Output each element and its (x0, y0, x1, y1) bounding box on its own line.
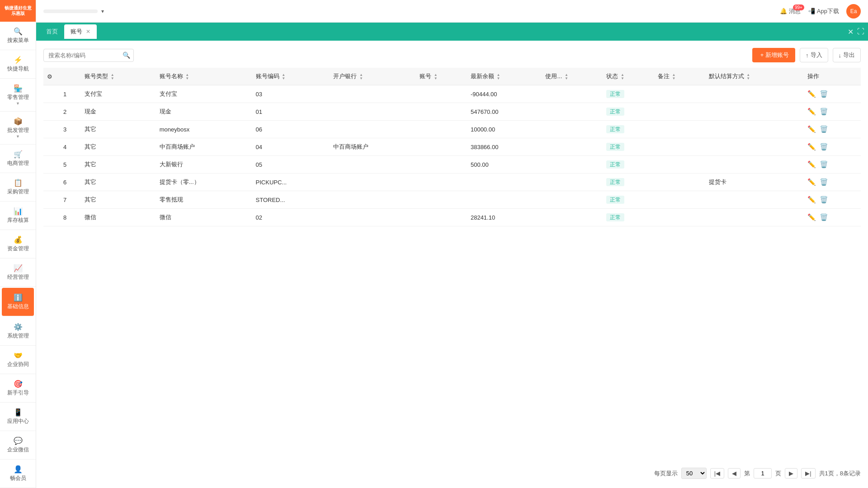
th-remark[interactable]: 备注 ▲▼ (654, 68, 705, 85)
sidebar-item-app-center[interactable]: 📱 应用中心 (0, 403, 36, 431)
sidebar-item-system[interactable]: ⚙️ 系统管理 (0, 317, 36, 346)
tab-account[interactable]: 账号 ✕ (64, 24, 97, 39)
table-row: 3 其它 moneybosx 06 10000.00 正常 ✏️ 🗑️ (43, 121, 861, 138)
th-status[interactable]: 状态 ▲▼ (603, 68, 654, 85)
delete-icon[interactable]: 🗑️ (820, 213, 828, 221)
page-first-button[interactable]: |◀ (710, 468, 724, 479)
cell-index: 7 (60, 191, 81, 209)
edit-icon[interactable]: ✏️ (807, 213, 816, 221)
delete-icon[interactable]: 🗑️ (820, 178, 828, 186)
purchase-icon: 📋 (2, 178, 33, 187)
sidebar-item-label: 畅会员 (10, 475, 26, 481)
delete-icon[interactable]: 🗑️ (820, 125, 828, 133)
cell-gear (43, 174, 60, 191)
th-code[interactable]: 账号编码 ▲▼ (252, 68, 330, 85)
sidebar-item-retail[interactable]: 🏪 零售管理 ▼ (0, 79, 36, 112)
sidebar-item-label: 企业协同 (7, 361, 29, 367)
cell-bank (330, 103, 416, 121)
add-account-button[interactable]: + 新增账号 (752, 48, 795, 62)
th-bank[interactable]: 开户银行 ▲▼ (330, 68, 416, 85)
sidebar-item-wechat[interactable]: 💬 企业微信 (0, 431, 36, 460)
cell-status: 正常 (603, 174, 654, 191)
tab-home[interactable]: 首页 (40, 24, 64, 39)
delete-icon[interactable]: 🗑️ (820, 160, 828, 169)
search-wrap: 🔍 (43, 49, 134, 62)
sidebar-item-wholesale[interactable]: 📦 批发管理 ▼ (0, 112, 36, 145)
th-name[interactable]: 账号名称 ▲▼ (156, 68, 252, 85)
sidebar-item-member[interactable]: 👤 畅会员 (0, 460, 36, 488)
edit-icon[interactable]: ✏️ (807, 196, 816, 204)
cell-status: 正常 (603, 103, 654, 121)
mobile-icon: 📲 (808, 8, 815, 14)
cell-balance: 28241.10 (467, 209, 542, 226)
page-size-select[interactable]: 50 100 200 (681, 468, 707, 479)
cell-type: 其它 (81, 156, 156, 174)
sidebar-item-operations[interactable]: 📈 经营管理 (0, 258, 36, 287)
top-header: ▾ 🔔 消息 99+ 📲 App下载 Ea (36, 0, 868, 23)
tab-home-label: 首页 (46, 28, 58, 36)
delete-icon[interactable]: 🗑️ (820, 108, 828, 116)
top-search-box[interactable] (43, 9, 98, 13)
th-balance[interactable]: 最新余额 ▲▼ (467, 68, 542, 85)
notification-button[interactable]: 🔔 消息 99+ (780, 7, 801, 15)
edit-icon[interactable]: ✏️ (807, 178, 816, 186)
cell-index: 4 (60, 138, 81, 156)
sidebar-item-basic-info[interactable]: ℹ️ 基础信息 (2, 288, 34, 316)
th-actions: 操作 (804, 68, 861, 85)
quick-nav-icon: ⚡ (2, 56, 33, 64)
cell-balance (467, 174, 542, 191)
export-button[interactable]: ↓ 导出 (833, 48, 861, 62)
import-button[interactable]: ↑ 导入 (800, 48, 828, 62)
wholesale-icon: 📦 (14, 117, 23, 126)
accounts-table: ⚙ 账号类型 ▲▼ 账号名称 ▲▼ 账号编码 ▲▼ (43, 68, 861, 226)
sidebar-item-inventory[interactable]: 📊 库存核算 (0, 202, 36, 230)
tab-close-button[interactable]: ✕ (86, 28, 90, 35)
delete-icon[interactable]: 🗑️ (820, 196, 828, 204)
cell-bank (330, 174, 416, 191)
delete-icon[interactable]: 🗑️ (820, 90, 828, 98)
th-type[interactable]: 账号类型 ▲▼ (81, 68, 156, 85)
page-next-button[interactable]: ▶ (785, 468, 797, 479)
status-badge: 正常 (606, 178, 624, 186)
delete-icon[interactable]: 🗑️ (820, 143, 828, 151)
app-download-button[interactable]: 📲 App下载 (808, 7, 839, 15)
cell-name: 提货卡（零...） (156, 174, 252, 191)
page-prev-button[interactable]: ◀ (728, 468, 741, 479)
sidebar-item-quick-nav[interactable]: ⚡ 快捷导航 (0, 50, 36, 79)
sidebar-item-ecommerce[interactable]: 🛒 电商管理 (0, 145, 36, 173)
edit-icon[interactable]: ✏️ (807, 108, 816, 116)
cell-balance (467, 191, 542, 209)
sidebar-item-enterprise[interactable]: 🤝 企业协同 (0, 346, 36, 374)
toolbar: 🔍 + 新增账号 ↑ 导入 ↓ 导出 (43, 48, 861, 62)
edit-icon[interactable]: ✏️ (807, 160, 816, 169)
cell-type: 其它 (81, 121, 156, 138)
sidebar-item-finance[interactable]: 💰 资金管理 (0, 230, 36, 258)
cell-usage (542, 191, 603, 209)
edit-icon[interactable]: ✏️ (807, 125, 816, 133)
edit-icon[interactable]: ✏️ (807, 143, 816, 151)
th-settings[interactable]: ⚙ (43, 68, 60, 85)
avatar[interactable]: Ea (846, 4, 861, 19)
sidebar-item-search[interactable]: 🔍 搜索菜单 (0, 22, 36, 50)
sidebar-item-label: 库存核算 (7, 217, 29, 223)
tab-bar-right: ✕ ⛶ (848, 28, 864, 36)
cell-index: 6 (60, 174, 81, 191)
th-default-payment[interactable]: 默认结算方式 ▲▼ (705, 68, 804, 85)
th-account[interactable]: 账号 ▲▼ (416, 68, 467, 85)
sidebar-item-purchase[interactable]: 📋 采购管理 (0, 173, 36, 202)
page-input[interactable] (754, 468, 772, 479)
dropdown-button[interactable]: ▾ (101, 8, 104, 14)
retail-icon: 🏪 (14, 84, 23, 93)
cell-balance: -90444.00 (467, 85, 542, 103)
cell-actions: ✏️ 🗑️ (804, 121, 861, 138)
search-input[interactable] (43, 49, 134, 62)
search-icon[interactable]: 🔍 (123, 52, 130, 59)
sidebar-item-guide[interactable]: 🎯 新手引导 (0, 374, 36, 403)
cell-code: 05 (252, 156, 330, 174)
tab-close-all-button[interactable]: ✕ (848, 28, 854, 36)
edit-icon[interactable]: ✏️ (807, 90, 816, 98)
tab-expand-button[interactable]: ⛶ (857, 28, 864, 36)
th-usage[interactable]: 使用... ▲▼ (542, 68, 603, 85)
page-last-button[interactable]: ▶| (801, 468, 815, 479)
status-badge: 正常 (606, 90, 624, 98)
